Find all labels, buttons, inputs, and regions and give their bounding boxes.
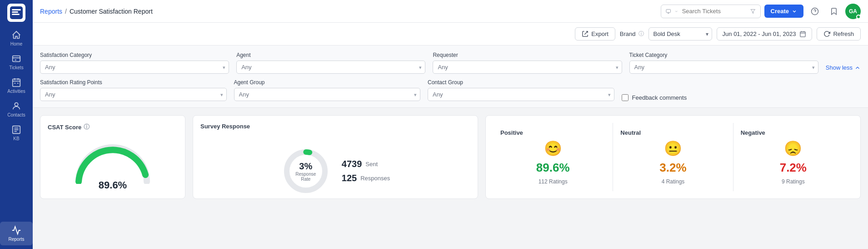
export-icon: [582, 30, 589, 37]
search-box[interactable]: [661, 5, 761, 18]
positive-title: Positive: [500, 129, 523, 136]
filter-label-agent: Agent: [236, 52, 425, 58]
filter-label-contact-group: Contact Group: [428, 79, 614, 86]
filter-label-satisfaction-category: Satisfaction Category: [40, 52, 229, 58]
filter-select-satisfaction-category[interactable]: Any: [40, 61, 229, 74]
svg-rect-7: [13, 79, 20, 87]
bookmark-icon: [830, 7, 838, 15]
filter-label-satisfaction-rating: Satisfaction Rating Points: [40, 79, 227, 86]
create-button[interactable]: Create: [764, 5, 803, 18]
donut-label: 3% Response Rate: [295, 161, 316, 182]
monitor-icon: [666, 8, 671, 15]
filter-ticket-category: Ticket Category Any: [629, 52, 818, 74]
sidebar-item-label: Home: [10, 41, 23, 46]
sidebar-item-label: KB: [13, 136, 19, 141]
help-button[interactable]: [807, 4, 823, 19]
breadcrumb-current-page: Customer Satisfaction Report: [70, 8, 153, 15]
filter-select-wrapper: Any: [433, 61, 622, 74]
content-area: CSAT Score ⓘ 89.6% Survey: [33, 108, 868, 249]
filter-select-satisfaction-rating[interactable]: Any: [40, 88, 227, 101]
survey-card-title: Survey Response: [200, 123, 470, 130]
svg-marker-21: [751, 9, 755, 13]
brand-info-icon[interactable]: ⓘ: [639, 30, 644, 38]
filter-icon: [750, 8, 756, 15]
neutral-rating-section: Neutral 😐 3.2% 4 Ratings: [613, 123, 733, 191]
sidebar-item-home[interactable]: Home: [0, 26, 33, 50]
filter-select-wrapper: Any: [629, 61, 818, 74]
csat-card-title: CSAT Score ⓘ: [48, 123, 178, 131]
tickets-icon: [11, 54, 21, 64]
breadcrumb-reports-link[interactable]: Reports: [40, 8, 62, 15]
csat-score-card: CSAT Score ⓘ 89.6%: [40, 115, 185, 199]
filter-row-1: Satisfaction Category Any Agent Any Requ…: [40, 52, 861, 74]
brand-select[interactable]: Bold Desk All Brands: [649, 27, 712, 41]
kb-icon: [11, 125, 21, 135]
feedback-comments-checkbox[interactable]: [622, 94, 629, 101]
svg-rect-4: [13, 56, 20, 62]
sidebar-item-tickets[interactable]: Tickets: [0, 50, 33, 74]
filter-contact-group: Contact Group Any: [428, 79, 614, 101]
positive-emoji: 😊: [544, 140, 562, 157]
filter-satisfaction-rating: Satisfaction Rating Points Any: [40, 79, 227, 101]
show-less-button[interactable]: Show less: [826, 61, 861, 74]
filter-select-requester[interactable]: Any: [433, 61, 622, 74]
positive-count: 112 Ratings: [539, 178, 568, 185]
bookmark-button[interactable]: [826, 4, 842, 19]
sidebar-item-label: Reports: [8, 237, 24, 242]
search-input[interactable]: [682, 8, 747, 15]
brand-label: Brand: [620, 30, 636, 37]
svg-rect-18: [666, 9, 670, 12]
refresh-icon: [823, 30, 830, 37]
sidebar-item-contacts[interactable]: Contacts: [0, 97, 33, 121]
survey-stats: 4739 Sent 125 Responses: [342, 159, 390, 183]
home-icon: [11, 30, 21, 40]
avatar-online-badge: [856, 15, 861, 19]
brand-group: Brand ⓘ: [620, 30, 644, 38]
sidebar-item-label: Tickets: [9, 65, 23, 70]
ratings-card: Positive 😊 89.6% 112 Ratings Neutral 😐 3…: [485, 115, 861, 199]
donut-chart: 3% Response Rate: [281, 146, 331, 196]
gauge-chart: [72, 138, 154, 184]
sidebar-item-activities[interactable]: Activities: [0, 74, 33, 97]
filter-select-wrapper: Any: [428, 88, 614, 101]
chevron-down-icon: [792, 9, 797, 14]
positive-rating-section: Positive 😊 89.6% 112 Ratings: [493, 123, 613, 191]
topbar-right: Create GA: [661, 4, 861, 19]
positive-pct: 89.6%: [536, 161, 570, 175]
avatar[interactable]: GA: [845, 4, 861, 19]
svg-point-13: [15, 103, 18, 106]
date-range-button[interactable]: Jun 01, 2022 - Jun 01, 2023: [717, 27, 813, 41]
filter-label-agent-group: Agent Group: [234, 79, 421, 86]
neutral-title: Neutral: [620, 129, 641, 136]
survey-responses-count: 125: [342, 173, 357, 183]
csat-info-icon[interactable]: ⓘ: [84, 123, 90, 131]
export-button[interactable]: Export: [575, 27, 615, 41]
help-icon: [811, 7, 819, 15]
svg-rect-3: [12, 14, 20, 15]
survey-sent-label: Sent: [365, 161, 378, 168]
refresh-button[interactable]: Refresh: [817, 27, 861, 41]
negative-emoji: 😞: [784, 140, 802, 157]
filter-select-wrapper: Any: [40, 88, 227, 101]
chevron-down-icon: [674, 9, 678, 14]
chevron-up-icon: [854, 65, 861, 71]
breadcrumb: Reports / Customer Satisfaction Report: [40, 8, 655, 15]
sidebar: Home Tickets Activities Contacts: [0, 0, 33, 249]
filter-select-contact-group[interactable]: Any: [428, 88, 614, 101]
csat-score-value: 89.6%: [99, 179, 127, 191]
filter-row-2: Satisfaction Rating Points Any Agent Gro…: [40, 79, 861, 101]
sidebar-item-kb[interactable]: KB: [0, 121, 33, 145]
neutral-pct: 3.2%: [659, 161, 686, 175]
filter-label-requester: Requester: [433, 52, 622, 58]
filter-select-agent-group[interactable]: Any: [234, 88, 421, 101]
filter-select-wrapper: Any: [234, 88, 421, 101]
filter-area: Satisfaction Category Any Agent Any Requ…: [33, 46, 868, 108]
sidebar-item-reports[interactable]: Reports: [0, 222, 33, 245]
survey-responses-label: Responses: [360, 175, 390, 182]
sidebar-item-label: Contacts: [7, 112, 25, 117]
filter-select-ticket-category[interactable]: Any: [629, 61, 818, 74]
survey-sent-count: 4739: [342, 159, 362, 169]
sidebar-item-label: Activities: [7, 89, 25, 94]
filter-select-agent[interactable]: Any: [236, 61, 425, 74]
cards-row: CSAT Score ⓘ 89.6% Survey: [40, 115, 861, 199]
